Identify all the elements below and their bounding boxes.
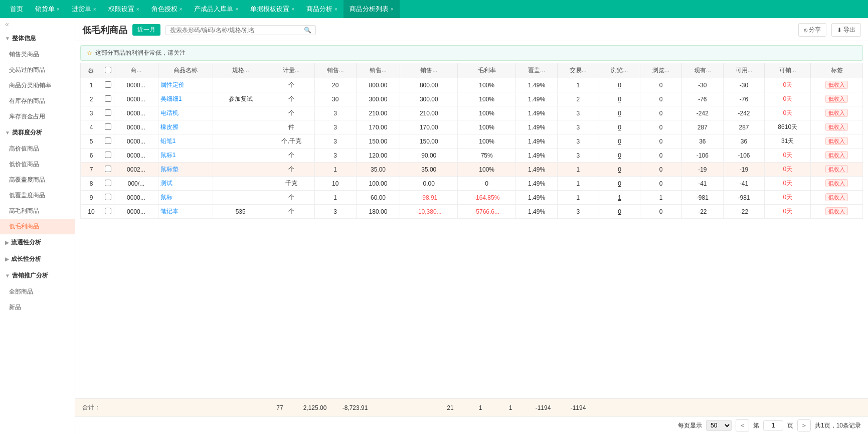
- sidebar-group-cluster[interactable]: ▼ 类群度分析: [0, 124, 75, 141]
- nav-purchase-order[interactable]: 进货单 ×: [66, 0, 102, 18]
- nav-role-close[interactable]: ×: [180, 7, 183, 12]
- share-btn[interactable]: ⎋ 分享: [798, 23, 826, 37]
- row-select-checkbox[interactable]: [105, 81, 111, 88]
- nav-permissions[interactable]: 权限设置 ×: [102, 0, 145, 18]
- warning-icon: ☆: [87, 50, 92, 57]
- row-name[interactable]: 橡皮擦: [158, 120, 213, 134]
- row-name[interactable]: 属性定价: [158, 78, 213, 92]
- row-select-checkbox[interactable]: [105, 166, 111, 172]
- row-view1[interactable]: 0: [599, 177, 640, 191]
- nav-product-entry[interactable]: 产成品入库单 ×: [188, 0, 244, 18]
- row-name[interactable]: 鼠标垫: [158, 163, 213, 177]
- current-page-input[interactable]: [763, 420, 783, 430]
- next-page-btn[interactable]: ＞: [797, 419, 811, 431]
- export-btn[interactable]: ⬇ 导出: [831, 23, 861, 37]
- sidebar-collapse-btn[interactable]: «: [3, 20, 11, 28]
- nav-goods-close[interactable]: ×: [334, 7, 337, 12]
- row-name[interactable]: 吴细细1: [158, 92, 213, 106]
- row-checkbox[interactable]: [102, 205, 114, 219]
- row-select-checkbox[interactable]: [105, 109, 111, 116]
- row-view1[interactable]: 0: [599, 120, 640, 134]
- row-unit: 千克: [268, 177, 314, 191]
- row-select-checkbox[interactable]: [105, 123, 111, 130]
- sidebar-item-traded-goods[interactable]: 交易过的商品: [0, 62, 75, 78]
- search-input[interactable]: [170, 27, 302, 34]
- row-checkbox[interactable]: [102, 92, 114, 106]
- row-name[interactable]: 测试: [158, 177, 213, 191]
- row-name[interactable]: 电话机: [158, 106, 213, 120]
- select-all-checkbox[interactable]: [105, 67, 111, 73]
- sidebar-item-new-goods[interactable]: 新品: [0, 300, 75, 315]
- row-checkbox[interactable]: [102, 163, 114, 177]
- row-select-checkbox[interactable]: [105, 137, 111, 144]
- row-view1[interactable]: 0: [599, 163, 640, 177]
- sidebar-item-stock-capital[interactable]: 库存资金占用: [0, 109, 75, 124]
- row-view1[interactable]: 0: [599, 78, 640, 92]
- nav-home[interactable]: 首页: [4, 0, 29, 18]
- row-checkbox[interactable]: [102, 134, 114, 149]
- row-checkbox[interactable]: [102, 177, 114, 191]
- sidebar-item-high-profit[interactable]: 高毛利商品: [0, 203, 75, 219]
- sidebar-item-stock-goods[interactable]: 有库存的商品: [0, 93, 75, 109]
- sidebar-group-growth[interactable]: ▶ 成长性分析: [0, 251, 75, 267]
- sidebar-item-high-coverage[interactable]: 高覆盖度商品: [0, 172, 75, 188]
- row-available: -22: [723, 205, 765, 219]
- row-gross-rate: 100%: [458, 134, 516, 149]
- sidebar-item-all-goods[interactable]: 全部商品: [0, 284, 75, 300]
- row-view1[interactable]: 0: [599, 134, 640, 149]
- row-select-checkbox[interactable]: [105, 152, 111, 158]
- nav-goods-analysis-list[interactable]: 商品分析列表 ×: [343, 0, 400, 18]
- row-view1[interactable]: 0: [599, 205, 640, 219]
- nav-role-auth[interactable]: 角色授权 ×: [145, 0, 189, 18]
- row-tag: 低收入: [811, 92, 863, 106]
- row-view1[interactable]: 0: [599, 92, 640, 106]
- footer-sales-price: 2,125.00: [295, 404, 335, 411]
- sidebar-item-category-rate[interactable]: 商品分类助销率: [0, 78, 75, 93]
- nav-purchase-close[interactable]: ×: [93, 7, 96, 12]
- filter-recent-month-btn[interactable]: 近一月: [132, 24, 160, 36]
- settings-icon[interactable]: ⚙: [88, 67, 94, 75]
- row-name[interactable]: 鼠标1: [158, 149, 213, 163]
- sidebar-item-low-profit[interactable]: 低毛利商品: [0, 219, 75, 234]
- row-available: -981: [723, 191, 765, 205]
- row-view1[interactable]: 1: [599, 191, 640, 205]
- row-name[interactable]: 鼠标: [158, 191, 213, 205]
- row-view1[interactable]: 0: [599, 149, 640, 163]
- nav-goods-analysis[interactable]: 商品分析 ×: [300, 0, 343, 18]
- sidebar-item-high-value[interactable]: 高价值商品: [0, 141, 75, 157]
- nav-permissions-close[interactable]: ×: [136, 7, 139, 12]
- nav-template-close[interactable]: ×: [291, 7, 294, 12]
- row-name[interactable]: 笔记本: [158, 205, 213, 219]
- nav-template-settings[interactable]: 单据模板设置 ×: [244, 0, 300, 18]
- row-select-checkbox[interactable]: [105, 180, 111, 186]
- sidebar-item-sales-goods[interactable]: 销售类商品: [0, 47, 75, 62]
- row-checkbox[interactable]: [102, 149, 114, 163]
- row-current: -41: [682, 177, 724, 191]
- row-select-checkbox[interactable]: [105, 194, 111, 200]
- sidebar-item-low-coverage[interactable]: 低覆盖度商品: [0, 188, 75, 203]
- nav-sales-order-close[interactable]: ×: [57, 7, 60, 12]
- row-code: 0000...: [114, 191, 158, 205]
- row-checkbox[interactable]: [102, 120, 114, 134]
- row-checkbox[interactable]: [102, 78, 114, 92]
- col-settings[interactable]: ⚙: [81, 63, 102, 78]
- sidebar-group-overall[interactable]: ▼ 整体信息: [0, 30, 75, 47]
- row-select-checkbox[interactable]: [105, 208, 111, 214]
- row-sales-amount: -10,380...: [400, 205, 458, 219]
- nav-product-close[interactable]: ×: [235, 7, 238, 12]
- nav-list-close[interactable]: ×: [391, 7, 394, 12]
- row-name[interactable]: 铅笔1: [158, 134, 213, 149]
- sidebar-group-flow[interactable]: ▶ 流通性分析: [0, 234, 75, 251]
- row-sales-qty: 1: [314, 191, 356, 205]
- sidebar-group-marketing[interactable]: ▼ 营销推广分析: [0, 267, 75, 284]
- row-checkbox[interactable]: [102, 191, 114, 205]
- row-unit: 个: [268, 163, 314, 177]
- row-view1[interactable]: 0: [599, 106, 640, 120]
- search-icon[interactable]: 🔍: [304, 27, 311, 34]
- prev-page-btn[interactable]: ＜: [736, 419, 749, 431]
- page-size-select[interactable]: 50 100 200: [706, 420, 732, 431]
- row-select-checkbox[interactable]: [105, 95, 111, 102]
- row-checkbox[interactable]: [102, 106, 114, 120]
- nav-sales-order[interactable]: 销货单 ×: [29, 0, 66, 18]
- sidebar-item-low-value[interactable]: 低价值商品: [0, 157, 75, 172]
